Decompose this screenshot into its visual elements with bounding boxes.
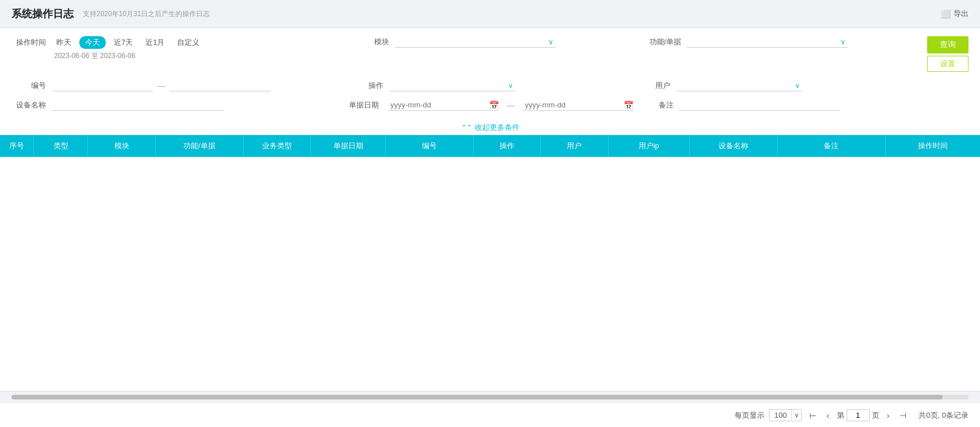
collapse-button[interactable]: ⌃⌃ 收起更多条件: [461, 122, 520, 133]
export-label: 导出: [954, 9, 969, 19]
scrollbar-track[interactable]: [11, 395, 969, 399]
col-user-ip: 用户ip: [608, 135, 689, 157]
settings-button[interactable]: 设置: [927, 56, 969, 72]
device-label: 设备名称: [11, 100, 46, 110]
user-input[interactable]: [676, 80, 802, 91]
col-doc-date: 单据日期: [311, 135, 385, 157]
time-filter-group: 昨天 今天 近7天 近1月 自定义: [52, 36, 204, 49]
collapse-row: ⌃⌃ 收起更多条件: [11, 119, 969, 135]
doc-date-from-wrap[interactable]: 📅: [388, 99, 499, 111]
func-select[interactable]: ∨: [687, 36, 848, 48]
doc-date-from-input[interactable]: [388, 99, 489, 110]
remark-label: 备注: [633, 100, 674, 110]
op-select[interactable]: ∨: [389, 80, 516, 91]
page-size-value: 100: [770, 410, 791, 421]
prev-page-button[interactable]: ‹: [824, 410, 832, 421]
first-page-button[interactable]: ⊢: [806, 410, 819, 421]
func-input[interactable]: [687, 36, 848, 48]
op-input[interactable]: [389, 80, 516, 91]
col-device: 设备名称: [689, 135, 777, 157]
page-size-chevron-icon[interactable]: ∨: [791, 410, 801, 420]
data-table: 序号 类型 模块 功能/单据 业务类型 单据日期 编号 操作 用户 用户ip 设…: [0, 135, 980, 157]
user-select[interactable]: ∨: [676, 80, 802, 91]
page-title: 系统操作日志: [11, 7, 74, 21]
export-button[interactable]: ⬜ 导出: [941, 9, 969, 19]
col-biz-type: 业务类型: [243, 135, 311, 157]
custom-btn[interactable]: 自定义: [172, 36, 204, 49]
collapse-icon: ⌃⌃: [461, 124, 472, 132]
table-header-row: 序号 类型 模块 功能/单据 业务类型 单据日期 编号 操作 用户 用户ip 设…: [0, 135, 980, 157]
col-remark: 备注: [777, 135, 885, 157]
calendar-to-icon[interactable]: 📅: [624, 101, 633, 110]
page-subtitle: 支持2020年10月31日之后产生的操作日志: [83, 9, 210, 19]
col-user: 用户: [541, 135, 609, 157]
date-range-text: 2023-06-06 至 2023-06-06: [54, 52, 135, 60]
doc-date-to-wrap[interactable]: 📅: [522, 99, 633, 111]
remark-input[interactable]: [679, 99, 840, 111]
page-size-select[interactable]: 100 ∨: [769, 409, 802, 421]
doc-date-dash: —: [507, 101, 514, 110]
page-number-input[interactable]: [847, 409, 870, 421]
col-type: 类型: [34, 135, 88, 157]
collapse-label: 收起更多条件: [475, 122, 520, 133]
pagination-area: 每页显示 100 ∨ ⊢ ‹ 第 页 › ⊣ 共0页, 0条记录: [0, 403, 980, 427]
module-select[interactable]: ∨: [395, 36, 556, 48]
module-label: 模块: [355, 37, 389, 47]
table-area: 序号 类型 模块 功能/单据 业务类型 单据日期 编号 操作 用户 用户ip 设…: [0, 135, 980, 391]
scrollbar-thumb[interactable]: [11, 395, 943, 399]
page-input-wrap: 第 页: [837, 409, 879, 421]
module-input[interactable]: [395, 36, 556, 48]
col-op-time: 操作时间: [885, 135, 980, 157]
device-input[interactable]: [52, 99, 224, 111]
doc-date-to-input[interactable]: [522, 99, 624, 110]
action-buttons: 查询 设置: [927, 36, 969, 72]
time-label: 操作时间: [11, 37, 46, 48]
user-label: 用户: [630, 80, 670, 91]
col-module: 模块: [88, 135, 156, 157]
number-dash: —: [157, 82, 165, 90]
today-btn[interactable]: 今天: [79, 36, 106, 49]
query-button[interactable]: 查询: [927, 36, 969, 53]
doc-date-label: 单据日期: [344, 100, 379, 110]
last7-btn[interactable]: 近7天: [109, 36, 137, 49]
number-label: 编号: [11, 80, 46, 91]
number-to-input[interactable]: [170, 80, 271, 91]
next-page-button[interactable]: ›: [884, 410, 893, 421]
last1m-btn[interactable]: 近1月: [141, 36, 169, 49]
scrollbar-area: [0, 391, 980, 403]
yesterday-btn[interactable]: 昨天: [52, 36, 76, 49]
col-number: 编号: [385, 135, 473, 157]
last-page-button[interactable]: ⊣: [897, 410, 909, 421]
col-func: 功能/单据: [155, 135, 243, 157]
func-label: 功能/单据: [641, 37, 681, 47]
col-seq: 序号: [0, 135, 34, 157]
page-total-label: 共0页, 0条记录: [918, 410, 969, 421]
per-page-label: 每页显示: [735, 410, 764, 421]
number-from-input[interactable]: [52, 80, 153, 91]
export-icon: ⬜: [941, 9, 951, 18]
calendar-from-icon[interactable]: 📅: [489, 101, 499, 110]
page-prefix-label: 第: [837, 410, 844, 421]
page-suffix-label: 页: [872, 410, 879, 421]
op-label: 操作: [349, 80, 383, 91]
col-op: 操作: [473, 135, 541, 157]
